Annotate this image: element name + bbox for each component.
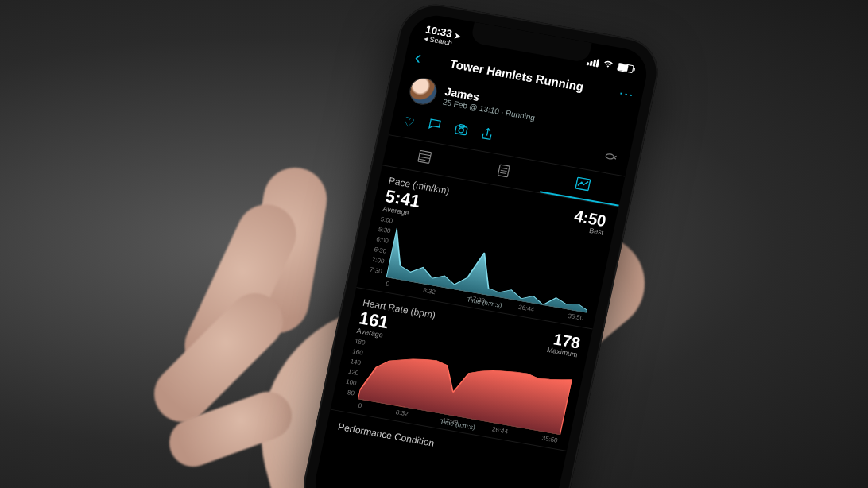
like-icon[interactable]: ♡ — [401, 114, 416, 130]
comment-icon[interactable] — [427, 118, 443, 135]
svg-line-9 — [501, 170, 507, 171]
svg-line-8 — [501, 168, 507, 168]
signal-icon — [587, 57, 600, 67]
share-icon[interactable] — [480, 127, 494, 145]
svg-line-6 — [419, 159, 426, 161]
phone-frame: 10:33 ➤ ◂ Search ‹ Tower Hamlets Running — [297, 0, 665, 488]
more-button[interactable]: ⋮ — [618, 87, 635, 102]
battery-icon — [617, 63, 634, 73]
repeat-icon[interactable] — [602, 149, 618, 166]
svg-line-10 — [500, 172, 506, 173]
wifi-icon — [602, 60, 614, 71]
location-icon: ➤ — [454, 31, 462, 40]
camera-icon[interactable] — [453, 123, 469, 139]
svg-point-1 — [459, 127, 464, 133]
avatar[interactable] — [407, 76, 440, 107]
svg-line-4 — [420, 153, 431, 155]
svg-line-5 — [419, 157, 430, 158]
